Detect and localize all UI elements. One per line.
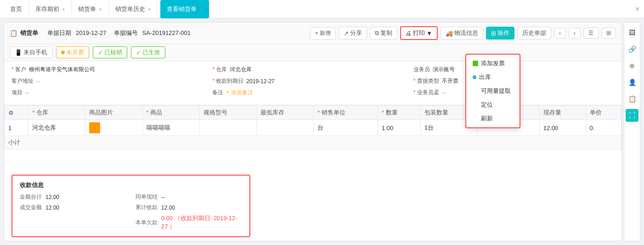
due-date-value: 2019-12-27	[246, 78, 274, 85]
history-button[interactable]: 历史单据	[517, 27, 551, 40]
prev-button[interactable]: ‹	[554, 28, 566, 39]
deal-amount-label: 成交金额	[20, 204, 42, 211]
out-warehouse-item[interactable]: 出库	[466, 70, 520, 84]
th-product: 商品	[142, 106, 199, 120]
th-quantity: 数量	[378, 106, 420, 120]
ticket-type-label: 票据类型	[413, 77, 439, 85]
doc-title: 销货单	[20, 29, 38, 37]
th-sales-unit: 销售单位	[314, 106, 378, 120]
mobile-status-btn[interactable]: 📱 来自手机	[10, 46, 52, 58]
row-min-stock	[256, 120, 313, 136]
row-warehouse: 河北仓库	[28, 120, 85, 136]
th-min-stock: 最低库存	[256, 106, 313, 120]
sidebar-doc-icon[interactable]: 📋	[626, 92, 638, 105]
payment-title: 收款信息	[20, 181, 242, 189]
row-quantity: 1.00	[378, 120, 420, 136]
cumulative-value: 12.00	[161, 205, 175, 211]
add-invoice-item[interactable]: 添加发票	[466, 57, 520, 70]
customer-value: 柳州粤港平安气体有限公司	[29, 66, 95, 74]
sidebar-link-icon[interactable]: 🔗	[626, 43, 638, 56]
address-label: 客户地址	[11, 77, 34, 85]
effective-status-btn[interactable]: ✓ 已生效	[131, 46, 165, 58]
available-extract-item[interactable]: 可用量提取	[466, 84, 520, 98]
subtotal-row: 小计	[5, 136, 621, 149]
sidebar-user-icon[interactable]: 👤	[626, 76, 638, 89]
table-row: 1 河北仓库 嘻嘻嘻嘻 台 1.00 1台 12.00 0.	[5, 120, 621, 136]
verified-status-btn[interactable]: ✓ 已核销	[93, 46, 127, 58]
share-button[interactable]: ↗ 分享	[339, 27, 367, 40]
tab-close-history[interactable]: ×	[148, 6, 151, 12]
refresh-item[interactable]: 刷新	[466, 112, 520, 125]
invoice-icon	[473, 61, 478, 66]
due-date-label: 收款到期日	[212, 77, 243, 85]
tab-sales-order[interactable]: 销货单 ×	[72, 0, 108, 18]
deal-amount-value: 12.00	[45, 205, 59, 211]
tab-sales-history[interactable]: 销货单历史 ×	[109, 0, 158, 18]
total-label: 金额合计	[20, 193, 42, 201]
outstanding-label: 本单欠款	[136, 219, 158, 227]
tab-close-inventory[interactable]: ×	[62, 6, 65, 12]
th-settings[interactable]: ⚙	[5, 106, 28, 120]
sidebar-image-icon[interactable]: 🖼	[626, 26, 638, 39]
same-order-value: --	[161, 194, 165, 200]
tab-close-check[interactable]: ×	[199, 6, 202, 12]
row-product-img	[85, 120, 142, 136]
operate-button[interactable]: ⊞ 操作	[486, 27, 514, 40]
sidebar-plus-icon[interactable]: ⊕	[626, 59, 638, 72]
row-no: 1	[5, 120, 28, 136]
note-label: 备注	[212, 89, 223, 97]
doc-date-label: 单据日期 2019-12-27	[47, 29, 107, 37]
mobile-icon: 📱	[15, 49, 22, 56]
form-row-3: 项目 -- 备注 + 添加备注 业务员孟 --	[11, 89, 614, 97]
deal-amount-row: 成交金额 12.00	[20, 204, 126, 211]
payment-info-box: 收款信息 金额合计 12.00 同单现结 -- 成交金额 12.00 累计收款 …	[11, 175, 250, 237]
share-icon: ↗	[344, 30, 349, 37]
close-all-tabs[interactable]: ×	[635, 5, 639, 13]
th-spec: 规格型号	[199, 106, 256, 120]
cumulative-row: 累计收款 12.00	[136, 204, 242, 211]
table-header-row: ⚙ 仓库 商品图片 商品 规格型号 最低库存 销售单位 数量 包装数量 可用量 …	[5, 106, 621, 120]
form-row-1: 客户 柳州粤港平安气体有限公司 仓库 河北仓库 业务员 演示账号	[11, 66, 614, 74]
th-product-img: 商品图片	[85, 106, 142, 120]
check2-icon: ✓	[136, 49, 141, 56]
customer-field: 客户 柳州粤港平安气体有限公司	[11, 66, 212, 74]
next-button[interactable]: ›	[569, 28, 581, 39]
warehouse-label: 仓库	[212, 66, 227, 74]
list-view-button[interactable]: ☰	[583, 28, 599, 39]
print-button[interactable]: 🖨 打印 ▼	[400, 26, 438, 40]
add-note-btn[interactable]: + 添加备注	[226, 89, 253, 97]
locate-item[interactable]: 定位	[466, 98, 520, 112]
tab-check-sales[interactable]: 查看销货单 ×	[160, 0, 209, 18]
doc-panel: 📋 销货单 单据日期 2019-12-27 单据编号 SA-20191227-0…	[4, 22, 622, 241]
ticket-type-value: 不开票	[442, 77, 458, 85]
payment-grid: 金额合计 12.00 同单现结 -- 成交金额 12.00 累计收款 12.00	[20, 193, 242, 231]
total-amount-row: 金额合计 12.00	[20, 193, 126, 201]
status-row: 📱 来自手机 未开票 ✓ 已核销 ✓ 已生效	[4, 44, 621, 61]
row-unit-price: 0.	[586, 120, 621, 136]
logistics-button[interactable]: 🚚 物流信息	[441, 27, 483, 40]
new-button[interactable]: + 新增	[310, 27, 336, 40]
copy-button[interactable]: ⧉ 复制	[370, 27, 397, 40]
form-row-2: 客户地址 -- 收款到期日 2019-12-27 票据类型 不开票	[11, 77, 614, 85]
check-icon: ✓	[98, 49, 103, 56]
grid-view-button[interactable]: ⊞	[601, 28, 616, 39]
ticket-status-btn[interactable]: 未开票	[56, 46, 89, 58]
project-label: 项目	[11, 89, 23, 97]
tab-inventory-init[interactable]: 库存期初 ×	[29, 0, 72, 18]
cumulative-label: 累计收款	[136, 204, 158, 211]
th-warehouse: 仓库	[28, 106, 85, 120]
row-stock: 12.00	[539, 120, 586, 136]
project-field: 项目 --	[11, 89, 212, 97]
row-spec	[199, 120, 256, 136]
tab-home[interactable]: 首页	[4, 0, 29, 18]
th-unit-price: 单价	[586, 106, 621, 120]
customer-label: 客户	[11, 66, 26, 74]
tab-close-sales[interactable]: ×	[99, 6, 102, 12]
toolbar-actions: + 新增 ↗ 分享 ⧉ 复制 🖨 打印 ▼ 🚚 物流信息	[310, 26, 616, 40]
copy-icon: ⧉	[375, 29, 379, 37]
project-value: --	[25, 90, 29, 96]
tab-bar: 首页 库存期初 × 销货单 × 销货单历史 × 查看销货单 × ×	[0, 0, 644, 18]
doc-icon: 📋	[10, 29, 17, 37]
sidebar-expand-icon[interactable]: ⛶	[626, 109, 638, 122]
doc-header: 📋 销货单 单据日期 2019-12-27 单据编号 SA-20191227-0…	[4, 23, 621, 44]
